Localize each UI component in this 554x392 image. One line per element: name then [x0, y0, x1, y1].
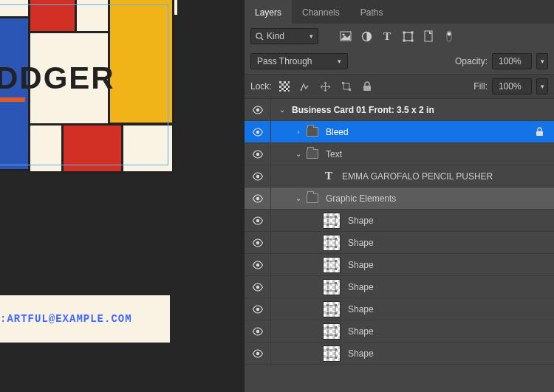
- layer-name[interactable]: Shape: [348, 216, 374, 226]
- layer-row[interactable]: ⌄Business Card 01 Front: 3.5 x 2 in: [244, 99, 554, 121]
- visibility-eye-icon[interactable]: [252, 172, 264, 181]
- fill-stepper[interactable]: ▾: [536, 78, 548, 94]
- tab-channels[interactable]: Channels: [292, 0, 350, 24]
- filter-toggle-icon[interactable]: [441, 28, 457, 44]
- filter-smart-icon[interactable]: [420, 28, 437, 44]
- layer-row[interactable]: ›Bleed: [244, 121, 554, 143]
- document-canvas[interactable]: DDGER :ARTFUL@EXAMPLE.COM: [0, 0, 244, 392]
- layer-row[interactable]: Shape: [244, 276, 554, 298]
- opacity-stepper[interactable]: ▾: [536, 53, 548, 69]
- layer-name[interactable]: EMMA GAROFALO PENCIL PUSHER: [342, 171, 493, 182]
- chevron-right-icon[interactable]: ›: [293, 128, 304, 136]
- svg-rect-8: [403, 39, 405, 41]
- lock-icon[interactable]: [536, 127, 544, 137]
- lock-position-icon[interactable]: [318, 78, 334, 94]
- lock-fill-row: Lock: Fill: 100% ▾: [244, 74, 554, 99]
- svg-rect-35: [326, 238, 329, 240]
- filter-kind-label: Kind: [267, 31, 284, 41]
- panel-tabs: Layers Channels Paths: [244, 0, 554, 24]
- svg-rect-20: [363, 86, 371, 91]
- svg-point-63: [256, 351, 259, 354]
- svg-rect-52: [328, 306, 335, 313]
- layer-row[interactable]: ⌄Graphic Elements: [244, 188, 554, 210]
- opacity-input[interactable]: 100%: [492, 53, 532, 69]
- artboard-card-front: DDGER: [0, 0, 173, 171]
- layer-row[interactable]: ⌄Text: [244, 143, 554, 165]
- lock-all-icon[interactable]: [359, 78, 375, 94]
- visibility-eye-icon[interactable]: [252, 238, 264, 247]
- svg-point-33: [256, 241, 259, 244]
- fill-label: Fill:: [473, 81, 488, 92]
- visibility-eye-icon[interactable]: [252, 106, 264, 114]
- layer-row[interactable]: Shape: [244, 343, 554, 365]
- svg-point-26: [256, 196, 259, 199]
- visibility-eye-icon[interactable]: [252, 150, 264, 159]
- blend-mode-select[interactable]: Pass Through ▾: [250, 53, 348, 69]
- lock-artboard-icon[interactable]: [338, 78, 355, 94]
- filter-pixel-icon[interactable]: [338, 28, 354, 44]
- layer-thumbnail[interactable]: [323, 279, 341, 295]
- svg-rect-61: [326, 334, 329, 337]
- filter-adjust-icon[interactable]: [358, 28, 375, 44]
- tab-paths[interactable]: Paths: [350, 0, 394, 24]
- lock-image-icon[interactable]: [297, 78, 313, 94]
- chevron-down-icon: ▾: [541, 83, 544, 90]
- filter-type-icon[interactable]: T: [379, 28, 395, 44]
- chevron-down-icon[interactable]: ⌄: [293, 194, 304, 202]
- svg-rect-32: [335, 224, 337, 226]
- filter-shape-icon[interactable]: [400, 28, 416, 44]
- filter-kind-select[interactable]: Kind ▾: [250, 28, 318, 44]
- svg-rect-38: [335, 246, 337, 248]
- layer-name[interactable]: Shape: [348, 326, 374, 337]
- svg-rect-62: [335, 334, 337, 337]
- lock-transparency-icon[interactable]: [276, 78, 293, 94]
- layer-name[interactable]: Shape: [348, 304, 374, 314]
- visibility-eye-icon[interactable]: [252, 216, 264, 225]
- layer-list[interactable]: ⌄Business Card 01 Front: 3.5 x 2 in›Blee…: [244, 99, 554, 392]
- layer-row[interactable]: Shape: [244, 320, 554, 343]
- layer-name[interactable]: Bleed: [326, 127, 349, 137]
- tab-layers[interactable]: Layers: [244, 0, 292, 24]
- svg-point-12: [448, 32, 451, 36]
- layer-row[interactable]: Shape: [244, 232, 554, 254]
- svg-rect-29: [326, 216, 329, 218]
- layer-thumbnail[interactable]: [323, 301, 341, 317]
- svg-rect-6: [403, 31, 405, 33]
- svg-point-25: [256, 174, 259, 177]
- chevron-down-icon[interactable]: ⌄: [277, 106, 287, 114]
- svg-rect-19: [349, 89, 351, 91]
- layer-row[interactable]: Shape: [244, 210, 554, 232]
- svg-rect-43: [326, 268, 329, 270]
- layer-thumbnail[interactable]: [323, 345, 341, 362]
- layer-name[interactable]: Shape: [348, 260, 374, 270]
- layer-name[interactable]: Graphic Elements: [326, 193, 396, 204]
- layer-thumbnail[interactable]: [323, 213, 341, 229]
- layer-name[interactable]: Business Card 01 Front: 3.5 x 2 in: [292, 105, 434, 115]
- svg-point-3: [342, 33, 344, 35]
- visibility-eye-icon[interactable]: [252, 305, 264, 314]
- fill-value: 100%: [499, 81, 521, 92]
- layer-row[interactable]: Shape: [244, 298, 554, 320]
- layer-filter-row: Kind ▾ T: [244, 24, 554, 49]
- layer-name[interactable]: Shape: [348, 238, 374, 248]
- chevron-down-icon[interactable]: ⌄: [293, 150, 304, 158]
- layer-name[interactable]: Text: [326, 149, 342, 159]
- layer-thumbnail[interactable]: [323, 257, 341, 273]
- chevron-down-icon: ▾: [310, 32, 313, 40]
- layer-row[interactable]: TEMMA GAROFALO PENCIL PUSHER: [244, 165, 554, 188]
- visibility-eye-icon[interactable]: [252, 194, 264, 203]
- svg-rect-23: [536, 131, 543, 137]
- layer-thumbnail[interactable]: [323, 323, 341, 340]
- visibility-eye-icon[interactable]: [252, 349, 264, 358]
- visibility-eye-icon[interactable]: [252, 128, 264, 137]
- visibility-eye-icon[interactable]: [252, 327, 264, 336]
- svg-point-27: [256, 219, 259, 221]
- layer-name[interactable]: Shape: [348, 282, 374, 292]
- fill-input[interactable]: 100%: [492, 78, 532, 94]
- layer-thumbnail[interactable]: [323, 235, 341, 251]
- layer-row[interactable]: Shape: [244, 254, 554, 276]
- layer-name[interactable]: Shape: [348, 348, 374, 359]
- visibility-eye-icon[interactable]: [252, 283, 264, 292]
- svg-rect-10: [425, 31, 432, 41]
- visibility-eye-icon[interactable]: [252, 261, 264, 269]
